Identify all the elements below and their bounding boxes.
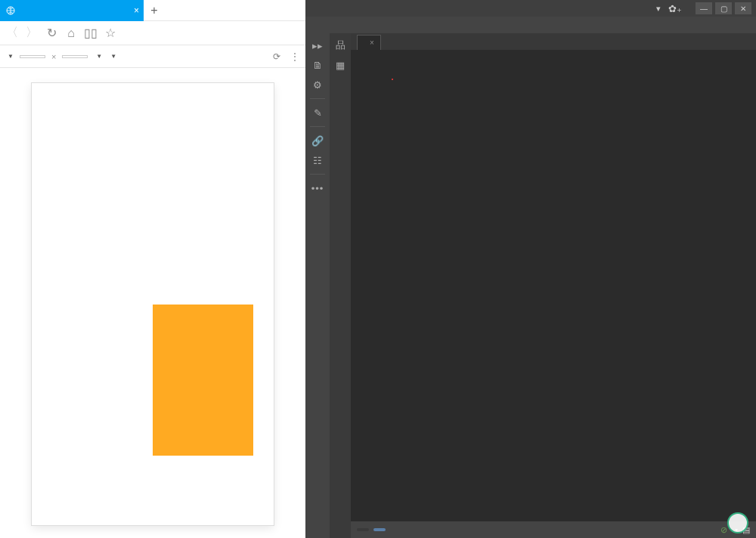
home-button[interactable]: ⌂	[65, 27, 77, 39]
rotate-icon[interactable]: ⟳	[271, 51, 283, 63]
maximize-button[interactable]: ▢	[715, 2, 732, 14]
highlight-box	[392, 79, 393, 80]
dw-titlebar: ▾ ✿₊ — ▢ ✕	[305, 0, 756, 17]
caret-down-icon: ▼	[8, 53, 14, 60]
device-select[interactable]: ▼	[5, 53, 14, 60]
reader-button[interactable]: ▯▯	[85, 27, 97, 39]
more-icon[interactable]: ⋮	[289, 51, 301, 63]
editor-tabs: ×	[351, 33, 756, 50]
back-button[interactable]: 〈	[6, 27, 18, 39]
browser-window: × + 〈 〉 ↻ ⌂ ▯▯ ☆ ▼ × ▼ ▼ ⟳ ⋮	[0, 0, 305, 538]
tab-strip: × +	[0, 0, 305, 21]
assets-icon[interactable]: ▦	[331, 56, 349, 74]
link-icon[interactable]: 🔗	[308, 131, 327, 150]
line-gutter	[351, 50, 380, 521]
separator	[310, 126, 325, 127]
caret-down-icon: ▼	[96, 53, 102, 60]
editor-tab[interactable]: ×	[357, 35, 381, 50]
forward-button[interactable]: 〉	[26, 27, 38, 39]
files-icon[interactable]: 🗎	[308, 56, 327, 74]
ok-icon: ⊘	[720, 525, 727, 535]
workspace-label[interactable]: ▾	[656, 4, 661, 14]
browser-tab[interactable]: ×	[0, 0, 144, 21]
close-icon[interactable]: ×	[370, 39, 374, 47]
code-area[interactable]	[389, 50, 756, 521]
watermark-logo	[727, 512, 748, 533]
height-input[interactable]	[62, 55, 88, 58]
width-input[interactable]	[20, 55, 45, 58]
watermark	[727, 512, 751, 533]
collapse-icon[interactable]: ▸▸	[308, 36, 327, 54]
dw-statusbar: ⊘ ▾ ▤	[351, 521, 756, 538]
viewport	[0, 68, 305, 538]
reload-button[interactable]: ↻	[45, 27, 57, 39]
star-icon[interactable]: ☆	[104, 27, 116, 39]
dw-left-panel: ▸▸ 🗎 ⚙ ✎ 🔗 ☷ •••	[305, 33, 330, 538]
address-bar: 〈 〉 ↻ ⌂ ▯▯ ☆	[0, 21, 305, 45]
zoom-select[interactable]: ▼	[94, 53, 102, 60]
times-icon: ×	[51, 52, 56, 61]
dw-left-panel-2: 品 ▦	[330, 33, 351, 538]
new-tab-button[interactable]: +	[144, 0, 165, 21]
caret-down-icon: ▼	[110, 53, 116, 60]
aaa-div	[153, 305, 253, 456]
network-select[interactable]: ▼	[108, 53, 116, 60]
more-icon[interactable]: •••	[308, 179, 327, 197]
dom-icon[interactable]: 品	[331, 36, 349, 54]
close-button[interactable]: ✕	[735, 2, 751, 14]
snippet-icon[interactable]: ☷	[308, 151, 327, 169]
crumb-style[interactable]	[373, 528, 386, 531]
sync-icon[interactable]: ✿₊	[668, 3, 682, 14]
fold-gutter	[380, 50, 389, 521]
phone-frame	[32, 83, 274, 525]
code-editor[interactable]	[351, 50, 756, 521]
adjust-icon[interactable]: ⚙	[308, 76, 327, 94]
dw-menubar	[305, 17, 756, 33]
separator	[310, 98, 325, 99]
device-toolbar: ▼ × ▼ ▼ ⟳ ⋮	[0, 45, 305, 68]
brush-icon[interactable]: ✎	[308, 104, 327, 122]
dreamweaver-window: ▾ ✿₊ — ▢ ✕ ▸▸ 🗎 ⚙ ✎ 🔗 ☷ ••• 品 ▦	[305, 0, 756, 538]
globe-icon	[6, 6, 15, 15]
close-icon[interactable]: ×	[134, 5, 139, 16]
crumb-head[interactable]	[357, 528, 369, 531]
minimize-button[interactable]: —	[696, 2, 712, 14]
separator	[310, 174, 325, 175]
